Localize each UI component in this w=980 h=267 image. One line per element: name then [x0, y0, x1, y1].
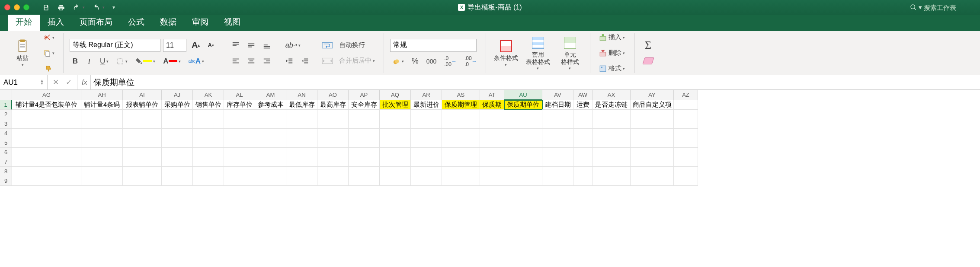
cell-AP8[interactable] [349, 167, 380, 176]
underline-button[interactable]: U [97, 55, 111, 67]
cell-AJ9[interactable] [162, 176, 193, 186]
merge-center-button[interactable]: 合并后居中 [336, 55, 378, 67]
cell-AK7[interactable] [193, 157, 224, 167]
cell-AS4[interactable] [442, 129, 480, 138]
cell-AY2[interactable] [631, 110, 674, 119]
tab-插入[interactable]: 插入 [40, 13, 72, 31]
cell-AY5[interactable] [631, 138, 674, 148]
cell-AV7[interactable] [542, 157, 573, 167]
cell-AG7[interactable] [12, 157, 81, 167]
cell-AL8[interactable] [224, 167, 255, 176]
bold-button[interactable]: B [70, 55, 81, 67]
cell-AY7[interactable] [631, 157, 674, 167]
cell-AZ1[interactable] [674, 100, 698, 110]
redo-button[interactable] [93, 4, 105, 11]
name-box-input[interactable] [3, 78, 34, 87]
cell-AV5[interactable] [542, 138, 573, 148]
tab-页面布局[interactable]: 页面布局 [72, 13, 120, 31]
cell-AQ8[interactable] [380, 167, 411, 176]
cell-AJ3[interactable] [162, 119, 193, 129]
clear-button[interactable] [641, 55, 656, 67]
confirm-edit-button[interactable]: ✓ [66, 78, 72, 87]
cell-AX9[interactable] [592, 176, 631, 186]
cell-AW2[interactable] [573, 110, 592, 119]
cell-AS5[interactable] [442, 138, 480, 148]
cell-AR5[interactable] [411, 138, 442, 148]
tab-公式[interactable]: 公式 [120, 13, 152, 31]
cell-AG2[interactable] [12, 110, 81, 119]
qat-customize-button[interactable]: ▾ [112, 4, 115, 10]
fx-icon[interactable]: fx [77, 79, 87, 86]
cell-AI1[interactable]: 报表辅单位 [123, 100, 162, 110]
column-header-AS[interactable]: AS [442, 90, 480, 100]
format-as-table-button[interactable]: 套用 表格格式 ▾ [524, 34, 552, 73]
tab-数据[interactable]: 数据 [152, 13, 184, 31]
font-color-button[interactable]: A [160, 55, 183, 67]
cell-AH1[interactable]: 辅计量4条码 [81, 100, 123, 110]
cell-AU1[interactable]: 保质期单位 [504, 100, 542, 110]
cell-AN4[interactable] [286, 129, 317, 138]
cell-AR8[interactable] [411, 167, 442, 176]
cell-AZ2[interactable] [674, 110, 698, 119]
column-header-AV[interactable]: AV [542, 90, 573, 100]
cell-AY6[interactable] [631, 148, 674, 157]
cell-AL5[interactable] [224, 138, 255, 148]
row-header-9[interactable]: 9 [0, 176, 12, 186]
tab-视图[interactable]: 视图 [216, 13, 248, 31]
cell-AN3[interactable] [286, 119, 317, 129]
cell-AJ5[interactable] [162, 138, 193, 148]
cell-AO9[interactable] [317, 176, 349, 186]
cell-AW5[interactable] [573, 138, 592, 148]
cell-AV8[interactable] [542, 167, 573, 176]
cell-AO7[interactable] [317, 157, 349, 167]
cell-AU2[interactable] [504, 110, 542, 119]
cell-AW8[interactable] [573, 167, 592, 176]
cell-AS7[interactable] [442, 157, 480, 167]
decrease-indent-button[interactable] [283, 55, 296, 67]
cell-AO5[interactable] [317, 138, 349, 148]
cell-AH4[interactable] [81, 129, 123, 138]
cell-AU8[interactable] [504, 167, 542, 176]
cell-AV1[interactable]: 建档日期 [542, 100, 573, 110]
cell-AN1[interactable]: 最低库存 [286, 100, 317, 110]
cell-AI3[interactable] [123, 119, 162, 129]
cell-AO1[interactable]: 最高库存 [317, 100, 349, 110]
cell-AX2[interactable] [592, 110, 631, 119]
cell-AI4[interactable] [123, 129, 162, 138]
cell-AN6[interactable] [286, 148, 317, 157]
cell-AX1[interactable]: 是否走冻链 [592, 100, 631, 110]
cell-AO8[interactable] [317, 167, 349, 176]
cell-AL4[interactable] [224, 129, 255, 138]
cell-AP3[interactable] [349, 119, 380, 129]
cell-AY4[interactable] [631, 129, 674, 138]
format-cells-button[interactable]: 格式 [596, 63, 628, 75]
row-header-7[interactable]: 7 [0, 157, 12, 167]
cell-AM9[interactable] [255, 176, 286, 186]
column-header-AH[interactable]: AH [81, 90, 123, 100]
accounting-format-button[interactable] [390, 55, 407, 67]
cut-button[interactable] [41, 32, 57, 44]
grid-body[interactable]: 辅计量4是否包装单位辅计量4条码报表辅单位采购单位销售单位库存单位参考成本最低库… [12, 100, 698, 186]
cell-AP2[interactable] [349, 110, 380, 119]
cell-AN7[interactable] [286, 157, 317, 167]
cell-AV2[interactable] [542, 110, 573, 119]
cell-AJ8[interactable] [162, 167, 193, 176]
cell-AQ9[interactable] [380, 176, 411, 186]
cell-AP6[interactable] [349, 148, 380, 157]
cell-AU7[interactable] [504, 157, 542, 167]
autosum-button[interactable]: Σ [642, 39, 654, 51]
cell-AZ8[interactable] [674, 167, 698, 176]
name-box-down[interactable]: ▼ [40, 83, 44, 85]
cell-AL7[interactable] [224, 157, 255, 167]
cell-AH7[interactable] [81, 157, 123, 167]
column-header-AO[interactable]: AO [317, 90, 349, 100]
column-header-AP[interactable]: AP [349, 90, 380, 100]
cell-AR2[interactable] [411, 110, 442, 119]
cell-AT2[interactable] [480, 110, 504, 119]
cell-AH2[interactable] [81, 110, 123, 119]
cell-AQ7[interactable] [380, 157, 411, 167]
cell-styles-button[interactable]: 单元 格样式 ▾ [556, 34, 584, 73]
column-header-AY[interactable]: AY [631, 90, 674, 100]
cell-AP9[interactable] [349, 176, 380, 186]
cell-AG9[interactable] [12, 176, 81, 186]
